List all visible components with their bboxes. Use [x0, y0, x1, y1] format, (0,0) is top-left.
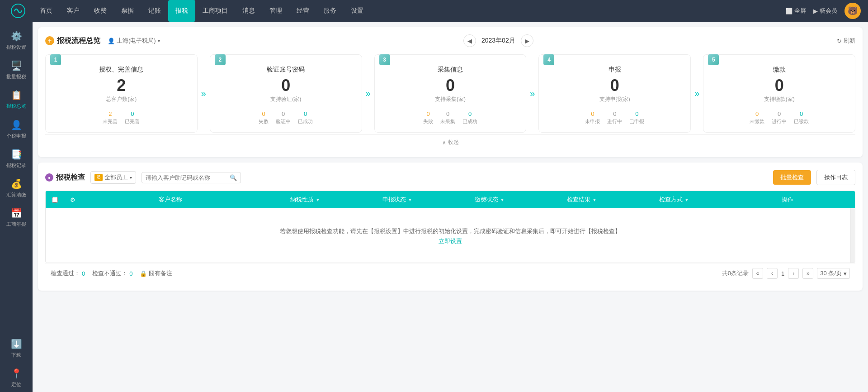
scrollbar[interactable]	[850, 208, 855, 263]
stat-2-verifying-label: 验证中	[276, 118, 291, 125]
fullscreen-button[interactable]: ⬜ 全屏	[785, 7, 806, 15]
search-input[interactable]	[146, 174, 230, 181]
th-declare-status[interactable]: 申报状态 ▼	[351, 191, 443, 208]
refresh-button[interactable]: ↻ 刷新	[837, 37, 855, 45]
select-all-checkbox[interactable]	[52, 197, 58, 203]
logo[interactable]	[7, 0, 29, 22]
th-customer-name: 客户名称	[82, 191, 259, 208]
tax-records-icon: 📑	[10, 148, 23, 161]
note-label: 囧有备注	[149, 269, 172, 277]
nav-manage[interactable]: 管理	[262, 0, 289, 22]
collapse-button[interactable]: ∧ 收起	[45, 134, 855, 150]
sidebar-item-batch-tax[interactable]: 🖥️ 批量报税	[0, 55, 33, 84]
nav-business[interactable]: 工商项目	[195, 0, 235, 22]
th-checkbox[interactable]	[46, 191, 64, 208]
th-action: 操作	[720, 191, 855, 208]
refresh-label: 刷新	[844, 37, 855, 45]
stat-3-fail-label: 失败	[423, 118, 433, 125]
nav-service[interactable]: 服务	[316, 0, 344, 22]
step-title-1: 授权、完善信息	[99, 66, 143, 74]
region-selector[interactable]: 👤 上海(电子税局) ▾	[108, 37, 160, 45]
stat-1-success-value: 0	[131, 110, 134, 117]
last-page-button[interactable]: »	[802, 268, 813, 279]
per-page-selector[interactable]: 30 条/页 ▾	[817, 268, 850, 279]
current-page: 1	[781, 270, 784, 277]
fullscreen-label: 全屏	[794, 7, 806, 15]
step-card-1: 1 授权、完善信息 2 总客户数(家) 2 未完善 0 已完善	[45, 54, 198, 133]
stat-1-success: 0 已完善	[125, 110, 140, 125]
stat-5-paid-label: 已缴款	[794, 118, 809, 125]
step-title-2: 验证账号密码	[267, 66, 305, 74]
table-body: 若您想使用报税检查功能，请先在【报税设置】中进行报税的初始化设置，完成密码验证和…	[46, 208, 855, 263]
sidebar-item-tax-settings[interactable]: ⚙️ 报税设置	[0, 25, 33, 55]
employee-icon: 员	[94, 174, 103, 181]
refresh-icon: ↻	[837, 38, 842, 44]
next-page-button[interactable]: ›	[788, 268, 799, 279]
batch-tax-icon: 🖥️	[10, 59, 23, 72]
stat-2-verifying-value: 0	[282, 110, 285, 117]
th-check-method[interactable]: 检查方式 ▼	[628, 191, 720, 208]
collapse-label: 收起	[448, 139, 459, 146]
nav-client[interactable]: 客户	[60, 0, 87, 22]
sidebar-item-download[interactable]: ⬇️ 下载	[0, 333, 33, 363]
stat-4-in-progress-label: 进行中	[607, 118, 622, 125]
operation-log-button[interactable]: 操作日志	[816, 170, 855, 185]
fail-label: 检查不通过：	[92, 269, 127, 277]
batch-check-button[interactable]: 批量检查	[773, 170, 811, 185]
nav-fee[interactable]: 收费	[87, 0, 114, 22]
arrow-2-3: »	[362, 54, 374, 133]
nav-operation[interactable]: 经营	[289, 0, 316, 22]
location-icon: 📍	[10, 367, 23, 380]
nav-home[interactable]: 首页	[33, 0, 60, 22]
sidebar-item-tax-overview[interactable]: 📋 报税总览	[0, 84, 33, 114]
fail-value[interactable]: 0	[129, 270, 132, 277]
th-gear[interactable]: ⚙	[64, 191, 82, 208]
pagination: 共0条记录 « ‹ 1 › » 30 条/页 ▾	[722, 268, 850, 279]
mascot-avatar[interactable]: 🐻	[844, 3, 861, 19]
nav-settings[interactable]: 设置	[344, 0, 371, 22]
check-title: ● 报税检查	[45, 173, 85, 182]
sidebar: ⚙️ 报税设置 🖥️ 批量报税 📋 报税总览 👤 个税申报 📑 报税记录 💰 汇…	[0, 22, 33, 392]
th-check-result[interactable]: 检查结果 ▼	[536, 191, 628, 208]
step-card-3: 3 采集信息 0 支持采集(家) 0 失败 0 未采集	[374, 54, 527, 133]
collapse-icon: ∧	[442, 139, 446, 146]
step-stats-3: 0 失败 0 未采集 0 已成功	[423, 110, 477, 125]
tax-check-panel: ● 报税检查 员 全部员工 ▾ 🔍 批量检查 操作日志	[38, 163, 863, 291]
step-num-1: 1	[50, 54, 61, 65]
step-subtitle-4: 支持申报(家)	[599, 96, 630, 103]
step-count-5: 0	[775, 77, 784, 94]
first-page-button[interactable]: «	[752, 268, 763, 279]
sidebar-item-tax-records[interactable]: 📑 报税记录	[0, 143, 33, 173]
pass-value[interactable]: 0	[82, 270, 85, 277]
check-title-text: 报税检查	[56, 173, 85, 182]
step-count-1: 2	[117, 77, 126, 94]
note-icon: 🔒	[140, 270, 147, 277]
month-display: 2023年02月	[481, 37, 515, 45]
stat-2-success: 0 已成功	[298, 110, 313, 125]
sidebar-item-settlement[interactable]: 💰 汇算清缴	[0, 173, 33, 202]
nav-accounting[interactable]: 记账	[141, 0, 168, 22]
sidebar-item-annual-report[interactable]: 📅 工商年报	[0, 202, 33, 232]
search-icon[interactable]: 🔍	[230, 174, 237, 181]
stat-5-in-progress: 0 进行中	[772, 110, 787, 125]
flow-overview-header: + 报税流程总览 👤 上海(电子税局) ▾ ◀ 2023年02月 ▶ ↻ 刷新	[45, 34, 855, 47]
sidebar-item-location[interactable]: 📍 定位	[0, 363, 33, 392]
membership-button[interactable]: ▶ 畅会员	[813, 7, 837, 15]
nav-invoice[interactable]: 票据	[114, 0, 141, 22]
stat-3-not-collected-label: 未采集	[440, 118, 455, 125]
step-count-3: 0	[446, 77, 455, 94]
instant-setup-link[interactable]: 立即设置	[439, 237, 462, 245]
prev-page-button[interactable]: ‹	[767, 268, 778, 279]
step-card-2: 2 验证账号密码 0 支持验证(家) 0 失败 0 验证中	[210, 54, 362, 133]
stat-4-declared-value: 0	[635, 110, 638, 117]
sidebar-label-batch-tax: 批量报税	[6, 74, 26, 80]
nav-tax[interactable]: 报税	[168, 0, 195, 22]
next-month-button[interactable]: ▶	[521, 34, 533, 47]
employee-filter[interactable]: 员 全部员工 ▾	[90, 171, 136, 184]
prev-month-button[interactable]: ◀	[463, 34, 476, 47]
th-tax-nature[interactable]: 纳税性质 ▼	[259, 191, 351, 208]
sidebar-item-individual-tax[interactable]: 👤 个税申报	[0, 114, 33, 143]
nav-message[interactable]: 消息	[235, 0, 262, 22]
th-pay-status[interactable]: 缴费状态 ▼	[443, 191, 536, 208]
stat-5-in-progress-value: 0	[778, 110, 781, 117]
